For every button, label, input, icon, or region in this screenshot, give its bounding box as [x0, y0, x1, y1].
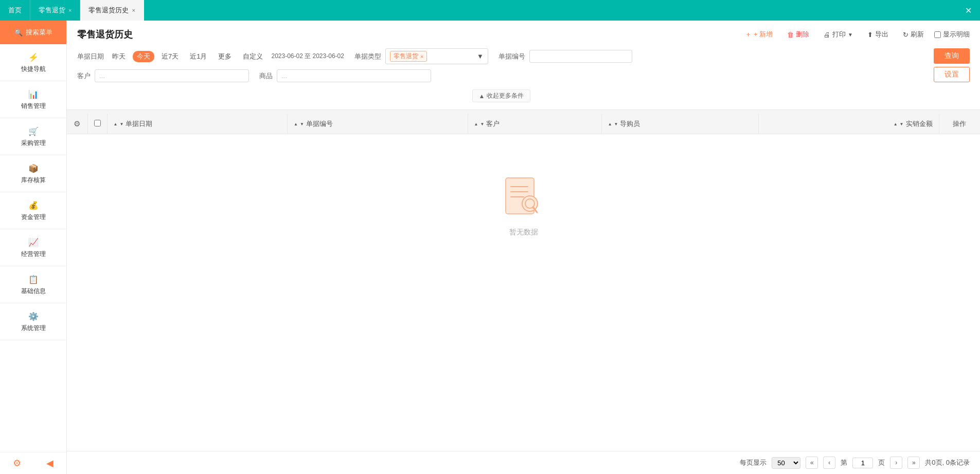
date-btn-today[interactable]: 今天: [133, 51, 154, 62]
collapse-icon: ▲: [479, 93, 485, 100]
sidebar-item-sales-mgmt-label: 销售管理: [21, 102, 46, 111]
date-btn-7days[interactable]: 近7天: [157, 51, 183, 62]
tab-retail-return-history-label: 零售退货历史: [88, 6, 129, 15]
date-filter: 昨天 今天 近7天 近1月 更多 自定义: [108, 51, 267, 62]
sidebar-settings-icon[interactable]: ⚙: [13, 458, 21, 469]
quick-nav-icon: ⚡: [28, 51, 39, 63]
voucher-type-select[interactable]: 零售退货 × ▼: [385, 48, 488, 64]
export-icon: ⬆: [867, 31, 873, 39]
sidebar-item-inventory-label: 库存核算: [21, 176, 46, 185]
sidebar-item-finance[interactable]: 💰 资金管理: [0, 192, 66, 229]
delete-button[interactable]: 🗑 删除: [783, 28, 813, 41]
filter-row-2: 客户 ... 商品 ...: [77, 69, 925, 82]
settings-icon[interactable]: ⚙: [74, 119, 80, 128]
th-guide-sortable[interactable]: ▲ ▼ 导购员: [608, 119, 752, 129]
goods-select[interactable]: ...: [277, 69, 431, 82]
first-page-button[interactable]: «: [806, 457, 818, 469]
voucher-type-tag-close[interactable]: ×: [420, 53, 423, 60]
th-amount[interactable]: ▲ ▼ 实销金额: [758, 114, 939, 134]
voucher-type-tag: 零售退货 ×: [390, 51, 427, 62]
window-close-button[interactable]: ✕: [965, 6, 972, 15]
sidebar-collapse-icon[interactable]: ◀: [46, 458, 54, 469]
filter-area: 单据日期 昨天 今天 近7天 近1月 更多 自定义 2023-06-02 至 2…: [77, 48, 925, 110]
th-amount-sortable[interactable]: ▲ ▼ 实销金额: [765, 119, 933, 129]
date-btn-1month[interactable]: 近1月: [186, 51, 211, 62]
date-filter-label: 单据日期: [77, 52, 104, 61]
sidebar-item-finance-label: 资金管理: [21, 213, 46, 222]
sidebar-bottom: ⚙ ◀: [0, 452, 66, 474]
sidebar-item-quick-nav[interactable]: ⚡ 快捷导航: [0, 44, 66, 81]
query-button[interactable]: 查询: [934, 48, 970, 64]
sidebar-item-operations[interactable]: 📈 经营管理: [0, 229, 66, 266]
th-no-label: 单据编号: [306, 119, 333, 129]
filter-item-voucher-type: 单据类型 零售退货 × ▼: [354, 48, 488, 64]
top-bar: 首页 零售退货 × 零售退货历史 × ✕: [0, 0, 980, 21]
sidebar-item-basic-info[interactable]: 📋 基础信息: [0, 266, 66, 303]
tab-retail-return[interactable]: 零售退货 ×: [30, 0, 80, 21]
th-action: 操作: [939, 114, 980, 134]
th-guide-up-icon: ▲: [608, 122, 612, 126]
finance-icon: 💰: [28, 199, 39, 211]
page-suffix: 页: [878, 458, 885, 467]
th-date[interactable]: ▲ ▼ 单据日期: [107, 114, 288, 134]
customer-select[interactable]: ...: [95, 69, 249, 82]
sidebar-item-inventory[interactable]: 📦 库存核算: [0, 155, 66, 192]
show-detail-checkbox[interactable]: [934, 31, 941, 38]
th-no[interactable]: ▲ ▼ 单据编号: [288, 114, 468, 134]
system-icon: ⚙️: [28, 311, 39, 322]
sidebar-item-system[interactable]: ⚙️ 系统管理: [0, 303, 66, 340]
customer-placeholder: ...: [99, 72, 105, 80]
th-customer-sortable[interactable]: ▲ ▼ 客户: [474, 119, 595, 129]
filter-actions: 查询 设置: [925, 48, 970, 87]
th-amount-up-icon: ▲: [894, 122, 898, 126]
data-table: ⚙ ▲ ▼ 单据日期: [67, 114, 980, 278]
tab-home-label: 首页: [8, 6, 22, 15]
tab-home[interactable]: 首页: [0, 0, 30, 21]
export-button[interactable]: ⬆ 导出: [863, 28, 893, 41]
voucher-type-label: 单据类型: [354, 52, 381, 61]
date-btn-custom[interactable]: 自定义: [239, 51, 267, 62]
collapse-button[interactable]: ▲ 收起更多条件: [472, 89, 531, 102]
sidebar-search[interactable]: 🔍 搜索菜单: [0, 21, 66, 44]
show-detail-checkbox-label[interactable]: 显示明细: [934, 30, 970, 39]
th-customer[interactable]: ▲ ▼ 客户: [468, 114, 601, 134]
tab-retail-return-history[interactable]: 零售退货历史 ×: [80, 0, 144, 21]
prev-page-button[interactable]: ‹: [823, 457, 835, 469]
th-guide[interactable]: ▲ ▼ 导购员: [601, 114, 758, 134]
date-btn-more[interactable]: 更多: [214, 51, 236, 62]
setting-button[interactable]: 设置: [934, 67, 970, 82]
th-no-sortable[interactable]: ▲ ▼ 单据编号: [294, 119, 461, 129]
voucher-no-input[interactable]: [529, 50, 632, 63]
page-number-input[interactable]: [852, 458, 873, 468]
per-page-select[interactable]: 10 20 50 100: [772, 457, 800, 469]
export-label: 导出: [875, 30, 888, 39]
empty-text: 暂无数据: [509, 228, 538, 237]
next-page-button[interactable]: ›: [890, 457, 902, 469]
date-range-display: 2023-06-02 至 2023-06-02: [271, 52, 344, 61]
th-date-up-icon: ▲: [114, 122, 118, 126]
print-chevron-icon: ▼: [848, 32, 853, 38]
filter-and-buttons: 单据日期 昨天 今天 近7天 近1月 更多 自定义 2023-06-02 至 2…: [77, 48, 970, 110]
sales-mgmt-icon: 📊: [28, 88, 39, 100]
filter-item-customer: 客户 ...: [77, 69, 249, 82]
refresh-button[interactable]: ↻ 刷新: [899, 28, 928, 41]
select-all-checkbox[interactable]: [94, 120, 101, 126]
last-page-button[interactable]: »: [907, 457, 920, 469]
tab-retail-return-history-close[interactable]: ×: [132, 7, 135, 13]
refresh-label: 刷新: [911, 30, 924, 39]
table-header: ⚙ ▲ ▼ 单据日期: [67, 114, 980, 134]
sidebar-item-operations-label: 经营管理: [21, 250, 46, 259]
empty-state-illustration: [498, 175, 549, 222]
tab-retail-return-close[interactable]: ×: [68, 7, 72, 13]
sidebar-item-purchase-mgmt[interactable]: 🛒 采购管理: [0, 118, 66, 155]
th-date-sortable[interactable]: ▲ ▼ 单据日期: [114, 119, 281, 129]
goods-filter-label: 商品: [259, 71, 273, 81]
filter-main: 单据日期 昨天 今天 近7天 近1月 更多 自定义 2023-06-02 至 2…: [77, 48, 925, 110]
th-settings[interactable]: ⚙: [67, 114, 87, 134]
print-button[interactable]: 🖨 打印 ▼: [819, 28, 857, 41]
page-header: 零售退货历史 ＋ + 新增 🗑 删除 🖨 打印 ▼: [67, 21, 980, 110]
add-button[interactable]: ＋ + 新增: [741, 28, 777, 41]
page-label: 第: [841, 458, 847, 467]
sidebar-item-sales-mgmt[interactable]: 📊 销售管理: [0, 81, 66, 118]
date-btn-yesterday[interactable]: 昨天: [108, 51, 130, 62]
